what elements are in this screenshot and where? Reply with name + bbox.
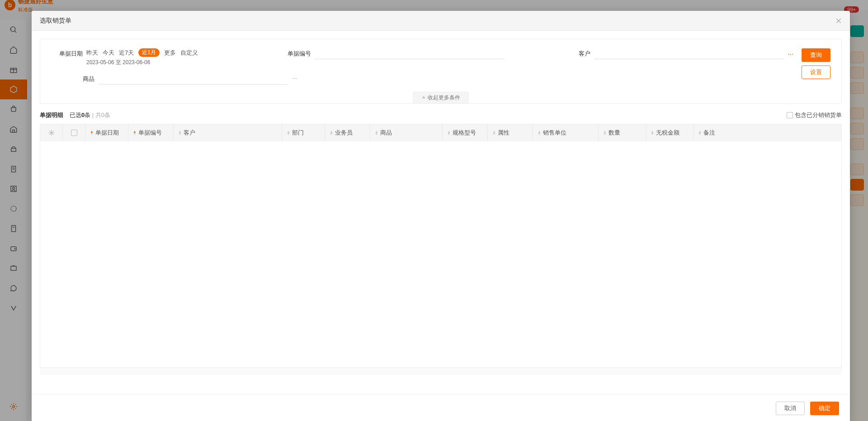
filter-customer-label: 客户	[559, 48, 590, 58]
modal-body: 单据日期 昨天 今天 近7天 近1月 更多 自定义 2023-05-06 至	[32, 31, 850, 394]
include-distributed-label: 包含已分销销货单	[795, 111, 842, 119]
filter-customer-input[interactable]	[594, 48, 784, 59]
confirm-button[interactable]: 确定	[810, 402, 839, 415]
col-amount[interactable]: ▲▼无税金额	[646, 124, 693, 141]
horizontal-scrollbar[interactable]	[40, 368, 842, 375]
filter-code-input[interactable]	[315, 48, 505, 59]
close-icon[interactable]	[835, 18, 842, 24]
collapse-filters-button[interactable]: 收起更多条件	[413, 92, 469, 103]
list-total: 共0条	[95, 112, 110, 118]
filter-product: 商品 ···	[51, 74, 288, 84]
col-code[interactable]: ▲▼单据编号	[128, 124, 174, 141]
col-unit[interactable]: ▲▼销售单位	[533, 124, 599, 141]
results-table: ▲▼单据日期 ▲▼单据编号 ▲▼客户 ▲▼部门 ▲▼业务员 ▲▼商品 ▲▼规格型…	[40, 124, 842, 368]
column-settings-icon[interactable]	[40, 124, 63, 141]
col-customer[interactable]: ▲▼客户	[174, 124, 282, 141]
modal-footer: 取消 确定	[32, 394, 850, 421]
date-tag-1month[interactable]: 近1月	[138, 48, 160, 57]
filter-product-label: 商品	[51, 74, 94, 83]
filter-panel: 单据日期 昨天 今天 近7天 近1月 更多 自定义 2023-05-06 至	[40, 39, 842, 104]
date-range-display: 2023-05-06 至 2023-06-06	[86, 59, 198, 66]
date-start: 2023-05-06	[86, 59, 114, 65]
col-date[interactable]: ▲▼单据日期	[85, 124, 128, 141]
select-sales-order-modal: 选取销货单 单据日期 昨天 今天 近7天 近1月 更多	[32, 11, 850, 421]
include-distributed-checkbox[interactable]	[787, 112, 793, 118]
query-button[interactable]: 查询	[802, 48, 830, 62]
filter-date: 单据日期 昨天 今天 近7天 近1月 更多 自定义 2023-05-06 至	[51, 48, 198, 66]
col-salesman[interactable]: ▲▼业务员	[325, 124, 370, 141]
modal-header: 选取销货单	[32, 11, 850, 31]
collapse-label: 收起更多条件	[428, 94, 460, 102]
filter-code: 单据编号	[279, 48, 505, 59]
filter-customer: 客户 ···	[559, 48, 793, 59]
filter-date-label: 单据日期	[51, 48, 83, 58]
chevron-up-icon	[421, 96, 426, 100]
date-tag-7days[interactable]: 近7天	[119, 49, 134, 57]
date-tag-yesterday[interactable]: 昨天	[86, 49, 98, 57]
col-dept[interactable]: ▲▼部门	[282, 124, 325, 141]
date-tag-today[interactable]: 今天	[103, 49, 114, 57]
date-tag-more[interactable]: 更多	[164, 49, 176, 57]
cancel-button[interactable]: 取消	[776, 402, 805, 415]
list-title: 单据明细	[40, 111, 63, 119]
col-attr[interactable]: ▲▼属性	[488, 124, 533, 141]
list-sep: |	[90, 112, 95, 118]
settings-button[interactable]: 设置	[802, 65, 830, 79]
col-qty[interactable]: ▲▼数量	[599, 124, 646, 141]
list-header: 单据明细 已选0条 | 共0条 包含已分销销货单	[40, 111, 842, 119]
date-tag-custom[interactable]: 自定义	[180, 49, 198, 57]
modal-title: 选取销货单	[40, 17, 71, 25]
table-body-empty	[40, 141, 841, 367]
select-all-checkbox[interactable]	[63, 124, 85, 141]
date-sep: 至	[116, 59, 121, 65]
date-end: 2023-06-06	[123, 59, 150, 65]
table-header: ▲▼单据日期 ▲▼单据编号 ▲▼客户 ▲▼部门 ▲▼业务员 ▲▼商品 ▲▼规格型…	[40, 124, 841, 141]
filter-code-label: 单据编号	[279, 48, 311, 58]
col-remark[interactable]: ▲▼备注	[693, 124, 841, 141]
filter-product-input[interactable]	[98, 74, 288, 84]
list-selected: 已选0条 | 共0条	[70, 111, 110, 119]
filter-product-picker-icon[interactable]: ···	[292, 75, 297, 81]
filter-actions: 查询 设置	[802, 48, 830, 79]
col-spec[interactable]: ▲▼规格型号	[443, 124, 488, 141]
col-product[interactable]: ▲▼商品	[370, 124, 443, 141]
filter-customer-picker-icon[interactable]: ···	[788, 50, 793, 58]
svg-point-21	[51, 132, 52, 134]
